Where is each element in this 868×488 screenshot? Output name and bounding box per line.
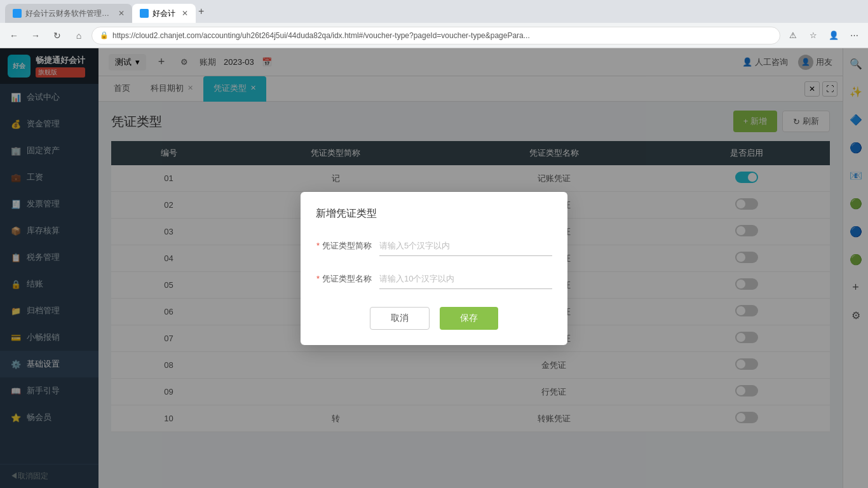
new-tab-button[interactable]: + — [198, 6, 204, 17]
name-label: *凭证类型名称 — [316, 273, 379, 285]
cancel-button[interactable]: 取消 — [370, 307, 430, 330]
browser-actions: ⚠ ☆ 👤 ⋯ — [784, 27, 863, 44]
bookmarks-btn[interactable]: ☆ — [804, 27, 822, 44]
tab-title-1: 好会计云财务软件管理系统_会计 — [25, 8, 112, 19]
tab-favicon-1 — [13, 9, 22, 18]
modal-overlay: 新增凭证类型 *凭证类型简称 *凭证类型名称 取消 保存 — [0, 48, 868, 488]
save-button[interactable]: 保存 — [440, 307, 498, 330]
abbr-label: *凭证类型简称 — [316, 240, 379, 252]
modal-title: 新增凭证类型 — [316, 207, 552, 220]
browser-tab-2[interactable]: 好会计 ✕ — [132, 4, 196, 23]
extensions-btn[interactable]: ⚠ — [784, 27, 802, 44]
modal-footer: 取消 保存 — [316, 307, 552, 330]
browser-chrome: 好会计云财务软件管理系统_会计 ✕ 好会计 ✕ + ← → ↻ ⌂ 🔒 http… — [0, 0, 868, 48]
forward-button[interactable]: → — [27, 27, 44, 44]
form-row-abbr: *凭证类型简称 — [316, 236, 552, 256]
tab-close-1[interactable]: ✕ — [118, 9, 125, 18]
add-voucher-type-modal: 新增凭证类型 *凭证类型简称 *凭证类型名称 取消 保存 — [301, 192, 567, 345]
back-button[interactable]: ← — [5, 27, 23, 44]
menu-btn[interactable]: ⋯ — [845, 27, 863, 44]
browser-tab-1[interactable]: 好会计云财务软件管理系统_会计 ✕ — [5, 4, 132, 23]
reload-button[interactable]: ↻ — [48, 27, 66, 44]
lock-icon: 🔒 — [100, 31, 109, 39]
tab-favicon-2 — [140, 9, 149, 18]
tab-bar: 好会计云财务软件管理系统_会计 ✕ 好会计 ✕ + — [0, 0, 868, 23]
tab-close-2[interactable]: ✕ — [182, 9, 188, 18]
abbr-input[interactable] — [379, 236, 552, 256]
address-bar[interactable]: 🔒 https://cloud2.chanjet.com/accounting/… — [92, 27, 780, 44]
name-required-mark: * — [316, 274, 320, 283]
home-button[interactable]: ⌂ — [70, 27, 88, 44]
name-input[interactable] — [379, 269, 552, 289]
address-text: https://cloud2.chanjet.com/accounting/uh… — [112, 31, 772, 40]
form-row-name: *凭证类型名称 — [316, 269, 552, 289]
browser-controls: ← → ↻ ⌂ 🔒 https://cloud2.chanjet.com/acc… — [0, 23, 868, 48]
profile-btn[interactable]: 👤 — [825, 27, 843, 44]
abbr-required-mark: * — [316, 241, 320, 250]
tab-title-2: 好会计 — [153, 8, 175, 19]
